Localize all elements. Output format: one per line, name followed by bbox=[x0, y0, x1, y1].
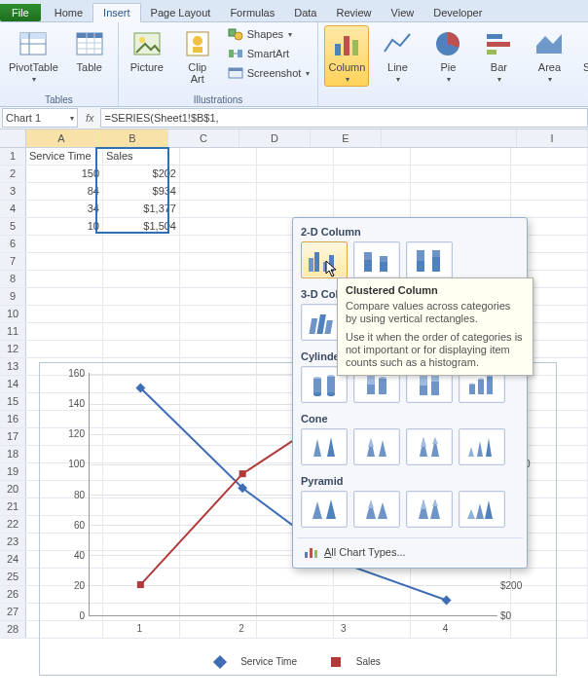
row-27[interactable]: 27 bbox=[0, 604, 26, 620]
cell[interactable] bbox=[257, 148, 334, 165]
cell[interactable]: $1,377 bbox=[103, 201, 180, 217]
line-chart-button[interactable]: Line▾ bbox=[375, 25, 420, 87]
chart-cone-4[interactable] bbox=[459, 428, 505, 465]
row-28[interactable]: 28 bbox=[0, 621, 26, 638]
cell[interactable] bbox=[180, 271, 257, 287]
cell[interactable] bbox=[411, 201, 511, 217]
cell[interactable] bbox=[334, 183, 411, 200]
area-chart-button[interactable]: Area▾ bbox=[527, 25, 571, 87]
cell[interactable] bbox=[26, 323, 103, 340]
bar-chart-button[interactable]: Bar▾ bbox=[476, 25, 521, 87]
select-all-corner[interactable] bbox=[0, 129, 26, 147]
chart-cone-3[interactable] bbox=[406, 428, 453, 465]
cell[interactable]: 150 bbox=[26, 166, 103, 182]
screenshot-button[interactable]: Screenshot▾ bbox=[226, 64, 312, 82]
spreadsheet[interactable]: A B C D E I 1Service TimeSales2150$20238… bbox=[0, 129, 588, 700]
chart-pyramid-4[interactable] bbox=[459, 491, 505, 528]
scatter-chart-button[interactable]: Scatter▾ bbox=[577, 25, 588, 87]
cell[interactable]: $1,504 bbox=[103, 218, 180, 235]
chart-pyramid-1[interactable] bbox=[301, 491, 348, 528]
cell[interactable]: Sales bbox=[103, 148, 180, 165]
cell[interactable] bbox=[180, 323, 257, 340]
cell[interactable] bbox=[180, 148, 257, 165]
cell[interactable] bbox=[511, 166, 588, 182]
column-chart-button[interactable]: Column▾ bbox=[324, 25, 369, 87]
cell[interactable] bbox=[103, 288, 180, 305]
cell[interactable] bbox=[257, 201, 334, 217]
row-18[interactable]: 18 bbox=[0, 446, 26, 462]
tab-developer[interactable]: Developer bbox=[423, 4, 492, 21]
row-2[interactable]: 2 bbox=[0, 166, 26, 182]
row-9[interactable]: 9 bbox=[0, 288, 26, 305]
row-23[interactable]: 23 bbox=[0, 534, 26, 550]
cell[interactable] bbox=[411, 183, 511, 200]
cell[interactable] bbox=[180, 306, 257, 322]
cell[interactable] bbox=[103, 253, 180, 270]
row-20[interactable]: 20 bbox=[0, 481, 26, 497]
row-10[interactable]: 10 bbox=[0, 306, 26, 322]
col-D[interactable]: D bbox=[239, 129, 311, 147]
row-24[interactable]: 24 bbox=[0, 551, 26, 568]
chart-cone-2[interactable] bbox=[353, 428, 400, 465]
chart-2d-100pct-column[interactable] bbox=[406, 241, 453, 278]
tab-insert[interactable]: Insert bbox=[92, 3, 141, 22]
clipart-button[interactable]: Clip Art bbox=[175, 25, 220, 88]
chart-pyramid-3[interactable] bbox=[406, 491, 453, 528]
cell[interactable] bbox=[180, 253, 257, 270]
col-E[interactable]: E bbox=[311, 129, 382, 147]
cell[interactable] bbox=[180, 236, 257, 252]
cell[interactable]: Service Time bbox=[26, 148, 103, 165]
cell[interactable] bbox=[103, 236, 180, 252]
shapes-button[interactable]: Shapes▾ bbox=[226, 25, 312, 43]
tab-formulas[interactable]: Formulas bbox=[220, 4, 284, 21]
row-11[interactable]: 11 bbox=[0, 323, 26, 340]
cell[interactable] bbox=[180, 218, 257, 235]
cell[interactable] bbox=[103, 341, 180, 357]
tab-view[interactable]: View bbox=[382, 4, 424, 21]
cell[interactable] bbox=[103, 306, 180, 322]
tab-pagelayout[interactable]: Page Layout bbox=[141, 4, 221, 21]
col-C[interactable]: C bbox=[168, 129, 239, 147]
row-22[interactable]: 22 bbox=[0, 516, 26, 533]
cell[interactable] bbox=[26, 288, 103, 305]
col-A[interactable]: A bbox=[26, 129, 97, 147]
pivottable-button[interactable]: PivotTable ▾ bbox=[6, 25, 61, 87]
cell[interactable] bbox=[511, 148, 588, 165]
cell[interactable] bbox=[411, 148, 511, 165]
row-5[interactable]: 5 bbox=[0, 218, 26, 235]
cell[interactable] bbox=[334, 166, 411, 182]
col-B[interactable]: B bbox=[97, 129, 168, 147]
cell[interactable]: 10 bbox=[26, 218, 103, 235]
row-16[interactable]: 16 bbox=[0, 411, 26, 427]
cell[interactable] bbox=[103, 323, 180, 340]
cell[interactable]: 84 bbox=[26, 183, 103, 200]
row-21[interactable]: 21 bbox=[0, 498, 26, 515]
row-26[interactable]: 26 bbox=[0, 586, 26, 603]
cell[interactable] bbox=[26, 306, 103, 322]
formula-input[interactable]: =SERIES(Sheet1!$B$1, bbox=[100, 108, 588, 128]
cell[interactable]: 34 bbox=[26, 201, 103, 217]
row-1[interactable]: 1 bbox=[0, 148, 26, 165]
cell[interactable] bbox=[180, 288, 257, 305]
cell[interactable] bbox=[26, 271, 103, 287]
cell[interactable] bbox=[334, 201, 411, 217]
row-13[interactable]: 13 bbox=[0, 358, 26, 375]
row-15[interactable]: 15 bbox=[0, 393, 26, 410]
cell[interactable] bbox=[334, 148, 411, 165]
cell[interactable] bbox=[103, 271, 180, 287]
cell[interactable] bbox=[26, 341, 103, 357]
tab-data[interactable]: Data bbox=[284, 4, 326, 21]
cell[interactable] bbox=[411, 166, 511, 182]
cell[interactable] bbox=[26, 236, 103, 252]
cell[interactable] bbox=[180, 201, 257, 217]
tab-file[interactable]: File bbox=[0, 4, 41, 21]
cell[interactable] bbox=[257, 183, 334, 200]
cell[interactable] bbox=[257, 166, 334, 182]
row-14[interactable]: 14 bbox=[0, 376, 26, 392]
row-25[interactable]: 25 bbox=[0, 569, 26, 585]
row-3[interactable]: 3 bbox=[0, 183, 26, 200]
all-chart-types-button[interactable]: All Chart Types... bbox=[297, 537, 523, 562]
cell[interactable] bbox=[511, 183, 588, 200]
cell[interactable] bbox=[180, 341, 257, 357]
cell[interactable] bbox=[511, 201, 588, 217]
